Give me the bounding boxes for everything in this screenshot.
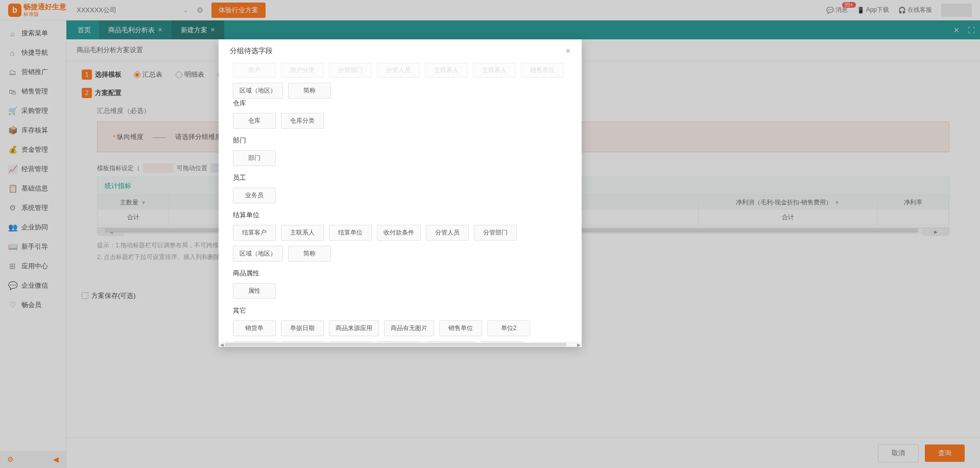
sidebar-item[interactable]: 📋基础信息	[0, 179, 66, 198]
sidebar-item[interactable]: 🗂营销推广	[0, 62, 66, 82]
app-download-link[interactable]: 📱 App下载	[857, 6, 889, 14]
step-2-badge: 2	[82, 88, 92, 98]
field-chip[interactable]: 销货单	[233, 320, 276, 336]
field-chip[interactable]: 单位2	[487, 320, 530, 336]
gear-icon[interactable]: ⚙	[197, 6, 203, 15]
field-chip[interactable]: 区域（地区）	[233, 246, 283, 262]
field-chip[interactable]: 收付款条件	[377, 225, 421, 241]
field-group: 结算单位结算客户主联系人结算单位收付款条件分管人员分管部门区域（地区）简称	[233, 210, 567, 262]
field-chip-cut[interactable]: 主联系人	[473, 63, 516, 78]
sidebar-footer: ⚙ ◀	[0, 451, 66, 468]
sidebar-item[interactable]: 🛒采购管理	[0, 101, 66, 121]
trial-button[interactable]: 体验行业方案	[211, 3, 266, 18]
field-chip[interactable]: 分管部门	[474, 225, 517, 241]
chat-icon: 💬	[826, 7, 834, 14]
field-chip[interactable]: 结算单位	[329, 225, 372, 241]
tab-home[interactable]: 首页	[69, 20, 99, 39]
chevron-down-icon: ▼	[141, 200, 146, 205]
radio-summary[interactable]: 汇总表	[134, 70, 162, 79]
company-name: XXXXXX公司	[77, 6, 116, 15]
scroll-right-icon[interactable]: ▶	[576, 342, 582, 347]
close-icon[interactable]: ×	[566, 46, 570, 56]
sidebar-icon: 🛒	[8, 106, 16, 115]
step-1-badge: 1	[82, 69, 92, 80]
save-checkbox[interactable]	[82, 292, 88, 299]
sidebar-item-label: 企业微信	[21, 281, 48, 290]
modal-h-scrollbar[interactable]: ◀ ▶	[219, 342, 582, 347]
support-link[interactable]: 🎧 在线客服	[898, 6, 932, 14]
field-group: 商品属性属性	[233, 269, 567, 299]
tab-report[interactable]: 商品毛利分析表 ✕	[99, 20, 172, 39]
field-chip[interactable]: 单据日期	[281, 320, 324, 336]
sidebar-item[interactable]: ♡畅会员	[0, 295, 66, 315]
sum-cell: 合计	[699, 210, 877, 225]
col-qty[interactable]: 主数量▼	[98, 195, 169, 210]
field-chip[interactable]: 简称	[288, 83, 331, 99]
sidebar-item[interactable]: ⌂快捷导航	[0, 43, 66, 62]
sidebar-item-label: 营销推广	[21, 67, 48, 77]
close-icon[interactable]: ✕	[158, 27, 162, 33]
field-chip[interactable]: 结算客户	[233, 225, 276, 241]
gear-icon[interactable]: ⚙	[7, 455, 14, 463]
sidebar-item[interactable]: ⌕搜索菜单	[0, 24, 66, 43]
field-chip[interactable]: 商品来源应用	[329, 320, 379, 336]
field-chip[interactable]: 部门	[233, 150, 276, 166]
close-all-icon[interactable]: ✕	[953, 26, 960, 34]
sidebar-item[interactable]: ⚙系统管理	[0, 198, 66, 218]
logo-text: 畅捷通好生意	[23, 3, 66, 11]
tab-report-label: 商品毛利分析表	[108, 26, 155, 35]
sidebar-item[interactable]: 👥企业协同	[0, 218, 66, 237]
col-profit[interactable]: 净利润（毛利-现金折扣-销售费用）▼	[699, 195, 877, 210]
sidebar-item[interactable]: ⊞应用中心	[0, 256, 66, 276]
field-chip[interactable]: 主联系人	[281, 225, 324, 241]
field-chip[interactable]: 商品有无图片	[384, 320, 434, 336]
sidebar-icon: ⌂	[8, 49, 16, 57]
field-chip[interactable]: 属性	[233, 283, 276, 299]
sidebar-item[interactable]: 🛍销售管理	[0, 82, 66, 101]
fullscreen-icon[interactable]: ⛶	[968, 26, 975, 34]
field-chip[interactable]: 业务员	[233, 188, 276, 203]
sidebar-item[interactable]: 💰资金管理	[0, 140, 66, 159]
field-chip-cut[interactable]: 商户	[233, 63, 276, 78]
cancel-button[interactable]: 取消	[878, 444, 919, 462]
field-chip[interactable]: 销售单位	[439, 320, 482, 336]
radio-detail[interactable]: 明细表	[176, 70, 204, 79]
step-2-label: 方案配置	[95, 88, 122, 98]
avatar[interactable]	[941, 4, 972, 17]
field-group-title: 商品属性	[233, 269, 567, 278]
sidebar-item[interactable]: 📈经营管理	[0, 159, 66, 179]
field-chip-cut[interactable]: 主联系人	[425, 63, 468, 78]
scroll-thumb[interactable]	[225, 343, 566, 346]
sidebar-item-label: 应用中心	[21, 262, 48, 271]
row-dim-hint[interactable]: 请选择分组维度	[175, 132, 222, 142]
logo-icon: b	[8, 4, 21, 17]
field-chip-cut[interactable]: 商户分类	[281, 63, 324, 78]
col-rate[interactable]: 净利率	[877, 195, 949, 210]
messages-link[interactable]: 💬 消息 99+	[826, 6, 848, 14]
field-chip-cut[interactable]: 分管人员	[377, 63, 420, 78]
field-chip[interactable]: 简称	[288, 246, 331, 262]
scroll-right-icon[interactable]: ▶	[922, 228, 949, 236]
sum-cell	[877, 210, 949, 225]
field-chip[interactable]: 仓库分类	[281, 113, 324, 129]
sidebar-item[interactable]: 📖新手引导	[0, 237, 66, 256]
field-chip[interactable]: 分管人员	[426, 225, 469, 241]
sidebar-item[interactable]: 💬企业微信	[0, 276, 66, 295]
field-group-title: 员工	[233, 173, 567, 182]
sidebar-item[interactable]: 📦库存核算	[0, 121, 66, 140]
query-button[interactable]: 查询	[925, 444, 965, 462]
field-chip-cut[interactable]: 分管部门	[329, 63, 372, 78]
close-icon[interactable]: ✕	[210, 27, 215, 33]
tab-new-plan[interactable]: 新建方案 ✕	[172, 20, 224, 39]
modal-body[interactable]: 商户商户分类分管部门分管人员主联系人主联系人销售单位 区域（地区）简称 仓库仓库…	[219, 63, 582, 342]
sidebar-item-label: 库存核算	[21, 126, 48, 135]
sidebar-item-label: 企业协同	[21, 223, 48, 232]
company-select[interactable]: XXXXXX公司 ⌄	[77, 6, 192, 15]
collapse-icon[interactable]: ◀	[53, 455, 59, 463]
sidebar-icon: ⚙	[8, 203, 16, 213]
field-chip[interactable]: 仓库	[233, 113, 276, 129]
sidebar-item-label: 畅会员	[21, 300, 41, 310]
field-chip[interactable]: 区域（地区）	[233, 83, 283, 99]
scroll-left-icon[interactable]: ◀	[219, 342, 225, 347]
field-chip-cut[interactable]: 销售单位	[521, 63, 564, 78]
